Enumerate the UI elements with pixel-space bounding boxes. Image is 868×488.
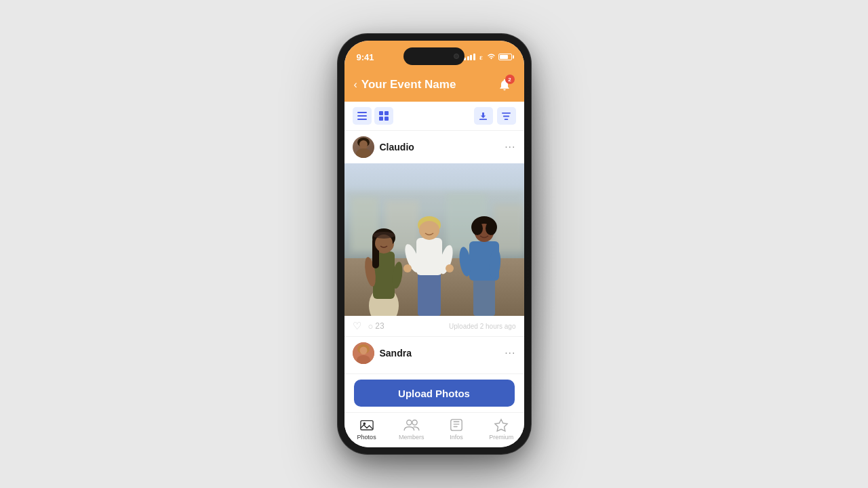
event-title: Your Event Name [361, 78, 456, 92]
svg-rect-3 [379, 111, 383, 115]
notification-badge: 2 [505, 75, 515, 84]
download-button[interactable] [474, 107, 493, 125]
svg-point-14 [359, 140, 368, 148]
svg-rect-31 [418, 270, 441, 316]
app-header: ‹ Your Event Name 2 [344, 70, 524, 102]
nav-members[interactable]: Members [389, 413, 434, 447]
svg-rect-4 [384, 111, 389, 115]
list-icon [357, 111, 367, 121]
post-actions: ♡ ○ 23 [353, 320, 384, 332]
username-claudio: Claudio [380, 142, 414, 152]
svg-rect-40 [473, 275, 495, 316]
svg-rect-32 [416, 238, 442, 275]
post-image-claudio[interactable] [344, 163, 524, 316]
svg-point-56 [407, 420, 412, 425]
nav-members-label: Members [399, 434, 425, 441]
nav-premium[interactable]: Premium [479, 413, 524, 447]
nav-infos-label: Infos [450, 434, 463, 441]
toolbar [344, 102, 524, 131]
toolbar-actions [474, 107, 516, 125]
svg-rect-60 [454, 424, 460, 424]
grid-icon [379, 111, 389, 121]
back-button[interactable]: ‹ [354, 79, 357, 91]
post-footer-claudio: ♡ ○ 23 Uploaded 2 hours ago [344, 316, 524, 336]
phone-screen: 9:41 𝛆 [344, 41, 524, 447]
photos-icon [359, 418, 374, 432]
svg-rect-59 [454, 422, 460, 422]
more-options-sandra[interactable]: ··· [505, 347, 515, 359]
svg-rect-9 [503, 115, 509, 117]
svg-point-36 [446, 264, 454, 272]
svg-rect-1 [357, 115, 367, 117]
upload-photos-label: Upload Photos [398, 388, 470, 399]
status-icons: 𝛆 [464, 53, 512, 62]
nav-photos[interactable]: Photos [344, 413, 389, 447]
svg-point-30 [373, 232, 395, 239]
svg-rect-0 [357, 112, 367, 113]
photo-feed: Claudio ··· [344, 131, 524, 373]
like-action[interactable]: ♡ [353, 320, 361, 332]
app-background: 9:41 𝛆 [0, 0, 868, 488]
avatar-sandra [353, 342, 374, 364]
avatar-claudio [353, 136, 374, 158]
nav-photos-label: Photos [357, 434, 376, 441]
download-icon [479, 112, 488, 121]
svg-rect-10 [505, 119, 509, 120]
nav-infos[interactable]: Infos [434, 413, 479, 447]
filter-icon [502, 112, 511, 121]
dynamic-island [403, 47, 465, 65]
svg-point-47 [472, 222, 483, 235]
members-icon [403, 418, 420, 432]
post-user-claudio: Claudio [353, 136, 414, 158]
comment-icon: ○ [368, 321, 374, 331]
post-header-sandra: Sandra ··· [344, 337, 524, 369]
post-sandra: Sandra ··· [344, 336, 524, 369]
username-sandra: Sandra [380, 348, 412, 359]
grid-view-button[interactable] [374, 107, 393, 125]
svg-point-39 [419, 221, 439, 239]
svg-rect-6 [384, 117, 389, 121]
list-view-button[interactable] [353, 107, 372, 125]
post-header-claudio: Claudio ··· [344, 131, 524, 163]
filter-button[interactable] [497, 107, 516, 125]
comment-action[interactable]: ○ 23 [368, 321, 384, 331]
svg-rect-5 [379, 117, 383, 121]
upload-photos-button[interactable]: Upload Photos [354, 380, 515, 407]
wifi-symbol [487, 54, 496, 60]
battery-icon [498, 54, 512, 60]
wifi-icon: 𝛆 [479, 53, 483, 62]
heart-icon: ♡ [353, 320, 361, 332]
svg-point-57 [412, 420, 417, 425]
comment-count: 23 [375, 321, 384, 331]
svg-point-48 [486, 222, 496, 235]
notification-button[interactable]: 2 [494, 75, 515, 95]
svg-point-12 [356, 148, 371, 158]
phone-shell: 9:41 𝛆 [338, 34, 531, 454]
front-camera [454, 54, 459, 59]
bottom-nav: Photos Members [344, 412, 524, 447]
status-time: 9:41 [357, 52, 374, 62]
signal-icon [464, 54, 475, 60]
upload-timestamp: Uploaded 2 hours ago [449, 323, 515, 330]
premium-icon [494, 418, 509, 432]
svg-rect-8 [502, 112, 511, 113]
svg-rect-2 [357, 119, 367, 120]
infos-icon [450, 418, 463, 432]
svg-rect-61 [454, 426, 458, 427]
svg-point-35 [403, 264, 412, 272]
svg-point-53 [359, 347, 367, 354]
post-claudio: Claudio ··· [344, 131, 524, 336]
post-user-sandra: Sandra [353, 342, 412, 364]
view-toggles [353, 107, 393, 125]
upload-bar: Upload Photos [344, 373, 524, 412]
svg-rect-58 [451, 420, 462, 430]
svg-rect-7 [479, 119, 487, 120]
more-options-claudio[interactable]: ··· [505, 141, 515, 153]
nav-premium-label: Premium [489, 434, 513, 441]
